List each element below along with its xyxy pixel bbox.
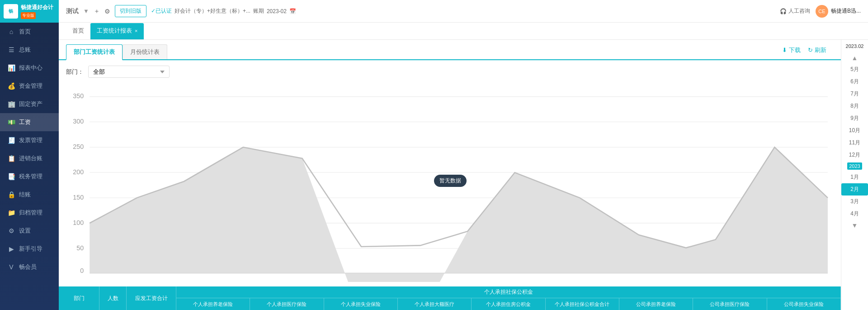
invoice-icon: 🧾 [7,136,15,144]
footer-group: 个人承担社保公积金 个人承担养老保险 个人承担医疗保险 个人承担失业保险 个人承… [176,286,841,310]
sidebar-item-guide[interactable]: ▶ 新手引导 [0,240,59,258]
salary-icon: 💵 [7,118,15,126]
year-2023: 2023 [847,162,862,170]
avatar: CE [816,5,828,18]
topbar-right: 🎧 人工咨询 CE 畅捷通B迅... [780,5,861,18]
company-title: 测试 [66,7,79,15]
main-panel: 部门工资统计表 月份统计表 ⬇ 下载 ↻ 刷新 [59,40,841,310]
calendar-icon[interactable]: 📅 [289,8,296,14]
certified-badge: ✓已认证 [151,7,172,15]
scroll-up-icon[interactable]: ▲ [850,52,860,63]
svg-text:100: 100 [73,219,84,226]
archive-icon: 📁 [7,209,15,217]
logo-icon: 畅 [4,4,18,19]
salary-chart: 350 300 250 200 150 100 50 0 [66,88,834,282]
month-8[interactable]: 8月 [841,100,868,112]
month-5[interactable]: 5月 [841,63,868,76]
svg-text:0: 0 [80,267,84,275]
svg-text:50: 50 [76,244,84,252]
sidebar-item-home[interactable]: ⌂ 首页 [0,23,59,41]
footer-col-subtotal: 个人承担社保公积金合计 [546,298,619,310]
sub-tabs: 部门工资统计表 月份统计表 ⬇ 下载 ↻ 刷新 [59,40,841,60]
sidebar-item-invoice[interactable]: 🧾 发票管理 [0,131,59,149]
reports-icon: 📊 [7,64,15,72]
footer-group-cols: 个人承担养老保险 个人承担医疗保险 个人承担失业保险 个人承担大额医疗 个人承担… [176,298,841,310]
home-icon: ⌂ [7,28,15,36]
table-footer: 部门 人数 应发工资合计 个人承担社保公积金 个人承担养老保险 个人承担医疗保险… [59,286,841,310]
logo-text: 畅捷通好会计 专业版 [21,4,53,19]
footer-col-dept: 部门 [59,286,99,310]
refresh-icon: ↻ [808,47,813,53]
gear-icon[interactable]: ⚙ [104,8,110,15]
member-icon: V [7,263,15,271]
right-panel-date: 2023.02 [846,43,864,49]
svg-text:200: 200 [73,168,84,176]
footer-col-company-unemploy: 公司承担失业保险 [767,298,841,310]
guide-icon: ▶ [7,245,15,253]
month-2-2023[interactable]: 2月 [841,183,868,196]
sidebar-item-assets[interactable]: 🏢 固定资产 [0,95,59,113]
month-12[interactable]: 12月 [841,149,868,161]
tab-home[interactable]: 首页 [66,23,90,39]
chart-container: 350 300 250 200 150 100 50 0 [59,83,841,286]
month-6[interactable]: 6月 [841,76,868,88]
dropdown-arrow-icon[interactable]: ▼ [83,8,89,14]
subtab-dept[interactable]: 部门工资统计表 [66,44,123,60]
subtab-monthly[interactable]: 月份统计表 [123,44,167,59]
month-9[interactable]: 9月 [841,112,868,124]
footer-col-medical: 个人承担医疗保险 [250,298,324,310]
settings-icon: ⚙ [7,227,15,235]
right-panel: 2023.02 ▲ 5月 6月 7月 8月 9月 10月 11月 12月 202… [841,40,868,310]
filter-toolbar: 部门： 全部 销售部 财务部 行政部 [59,60,841,83]
footer-col-housing: 个人承担住房公积金 [472,298,545,310]
sidebar: 畅 畅捷通好会计 专业版 ⌂ 首页 ☰ 总账 📊 报表中心 💰 资金管理 🏢 固… [0,0,59,310]
tab-close-icon[interactable]: × [135,28,137,33]
svg-text:300: 300 [73,118,84,125]
sidebar-item-member[interactable]: V 畅会员 [0,258,59,276]
month-7[interactable]: 7月 [841,88,868,100]
footer-col-count: 人数 [99,286,127,310]
dept-label: 部门： [66,68,84,76]
main-area: 测试 ▼ ＋ ⚙ 切到旧版 ✓已认证 好会计（专）+好生意（标）+... 账期 … [59,0,868,310]
sidebar-item-ledger[interactable]: ☰ 总账 [0,41,59,59]
sidebar-item-funds[interactable]: 💰 资金管理 [0,77,59,95]
download-icon: ⬇ [782,47,787,53]
footer-col-pension: 个人承担养老保险 [176,298,250,310]
account-tags: 好会计（专）+好生意（标）+... [175,7,250,15]
sidebar-item-salary[interactable]: 💵 工资 [0,113,59,131]
refresh-button[interactable]: ↻ 刷新 [808,46,826,54]
ledger-icon: ☰ [7,46,15,54]
footer-col-company-pension: 公司承担养老保险 [619,298,693,310]
svg-text:150: 150 [73,194,84,201]
topbar: 测试 ▼ ＋ ⚙ 切到旧版 ✓已认证 好会计（专）+好生意（标）+... 账期 … [59,0,868,23]
add-icon[interactable]: ＋ [94,7,100,15]
close-accounts-icon: 🔒 [7,191,15,199]
tab-salary-report[interactable]: 工资统计报表 × [90,23,144,39]
month-3-2023[interactable]: 3月 [841,196,868,208]
scroll-down-icon[interactable]: ▼ [850,220,860,231]
switch-version-button[interactable]: 切到旧版 [115,5,146,17]
month-4-2023[interactable]: 4月 [841,208,868,220]
funds-icon: 💰 [7,82,15,90]
service-button[interactable]: 🎧 人工咨询 [780,7,810,15]
headset-icon: 🎧 [780,8,787,14]
period-label: 账期 [253,7,264,15]
svg-text:350: 350 [73,92,84,100]
sidebar-item-settings[interactable]: ⚙ 设置 [0,222,59,240]
sidebar-item-reports[interactable]: 📊 报表中心 [0,59,59,77]
footer-col-unemployment: 个人承担失业保险 [324,298,398,310]
user-menu[interactable]: CE 畅捷通B迅... [816,5,861,18]
month-10[interactable]: 10月 [841,124,868,137]
sidebar-item-close[interactable]: 🔒 结账 [0,186,59,204]
month-1-2023[interactable]: 1月 [841,171,868,183]
dept-select[interactable]: 全部 销售部 财务部 行政部 [88,66,170,78]
download-button[interactable]: ⬇ 下载 [782,46,801,54]
sidebar-item-sales[interactable]: 📋 进销台账 [0,149,59,167]
tax-icon: 📑 [7,172,15,181]
month-11[interactable]: 11月 [841,137,868,149]
sidebar-item-archive[interactable]: 📁 归档管理 [0,204,59,222]
svg-text:250: 250 [73,143,84,150]
footer-col-major-medical: 个人承担大额医疗 [398,298,472,310]
tabs-bar: 首页 工资统计报表 × [59,23,868,40]
sidebar-item-tax[interactable]: 📑 税务管理 [0,167,59,186]
